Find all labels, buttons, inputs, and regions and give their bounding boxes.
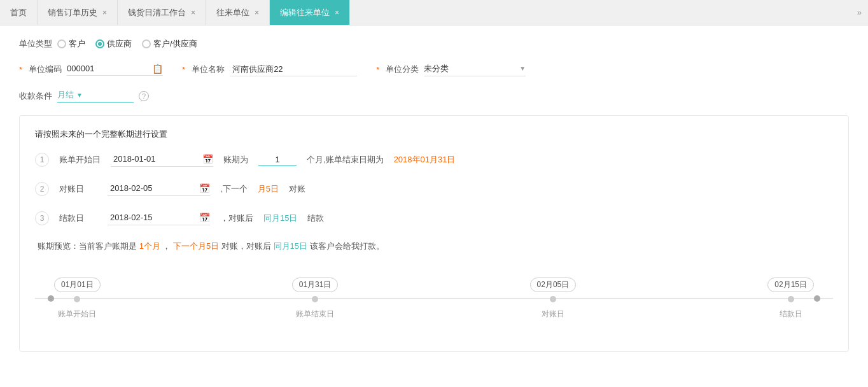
tab-expand-button[interactable]: »	[851, 0, 868, 25]
billing-section: 请按照未来的一个完整帐期进行设置 1 账单开始日 📅 账期为 个月,账单结束日期…	[19, 115, 849, 352]
unit-code-input[interactable]	[67, 64, 150, 73]
step-1-row: 1 账单开始日 📅 账期为 个月,账单结束日期为 2018年01月31日	[35, 153, 833, 167]
tab-sales-history-close[interactable]: ×	[102, 8, 107, 17]
unit-name-field: * 单位名称	[182, 62, 357, 76]
step-1-date-input[interactable]	[111, 153, 200, 165]
payment-condition-field: 收款条件 月结 ▼ ?	[19, 89, 149, 102]
preview-suffix: 该客户会给我打款。	[310, 241, 384, 251]
node-4-dot	[788, 296, 794, 302]
payment-condition-value: 月结	[57, 89, 74, 101]
radio-supplier-circle	[95, 39, 104, 48]
unit-code-copy-icon[interactable]: 📋	[152, 64, 163, 74]
unit-code-field: * 单位编码 📋	[19, 64, 163, 76]
main-content: 单位类型 客户 供应商 客户/供应商 * 单位编码	[0, 25, 868, 387]
tab-edit-partner-close[interactable]: ×	[335, 8, 339, 17]
tab-cash-work[interactable]: 钱货日清工作台 ×	[118, 0, 206, 25]
timeline-nodes: 01月01日 账单开始日 01月31日 账单结束日 02月05日 对账日	[48, 278, 820, 320]
payment-condition-row: 收款条件 月结 ▼ ?	[19, 89, 849, 102]
node-2-label: 01月31日	[292, 278, 339, 292]
unit-info-row: * 单位编码 📋 * 单位名称 * 单位分类 未分类 ▼	[19, 62, 849, 76]
radio-customer-supplier[interactable]: 客户/供应商	[142, 38, 197, 50]
tab-cash-work-label: 钱货日清工作台	[128, 7, 186, 18]
step-3-date-wrapper: 📅	[108, 211, 210, 225]
unit-type-field: 单位类型 客户 供应商 客户/供应商	[19, 38, 197, 50]
node-4-label: 02月15日	[767, 278, 814, 292]
payment-condition-label: 收款条件	[19, 90, 52, 102]
radio-supplier-label: 供应商	[107, 38, 132, 50]
step-2-cal-icon[interactable]: 📅	[199, 183, 210, 194]
step-3-desc-suffix: 结款	[307, 213, 324, 224]
step-2-desc-suffix: 对账	[289, 183, 305, 195]
unit-category-value: 未分类	[424, 63, 517, 74]
unit-code-input-wrapper: 📋	[67, 64, 163, 76]
step-1-period-input[interactable]	[258, 153, 297, 166]
timeline-node-1: 01月01日 账单开始日	[54, 278, 101, 320]
node-3-sublabel: 对账日	[542, 309, 564, 320]
timeline: 01月01日 账单开始日 01月31日 账单结束日 02月05日 对账日	[35, 278, 833, 320]
preview-sep1: ，	[162, 241, 171, 251]
tab-expand-icon: »	[857, 8, 862, 17]
preview-part3: 同月15日	[274, 241, 307, 251]
timeline-start-cap	[48, 295, 54, 302]
payment-condition-select[interactable]: 月结 ▼	[57, 89, 134, 102]
unit-type-radio-group: 客户 供应商 客户/供应商	[57, 38, 197, 50]
tab-partner-label: 往来单位	[216, 7, 249, 18]
node-2-dot	[312, 296, 318, 302]
step-1-period-suffix: 个月,账单结束日期为	[307, 154, 384, 165]
node-1-label: 01月01日	[54, 278, 101, 292]
tab-partner[interactable]: 往来单位 ×	[206, 0, 270, 25]
preview-sep2: 对账，对账后	[221, 241, 271, 251]
radio-customer-circle	[57, 39, 66, 48]
step-3-cal-icon[interactable]: 📅	[199, 213, 210, 223]
preview-text: 账期预览：当前客户账期是 1个月 ， 下一个月5日 对账，对账后 同月15日 该…	[35, 241, 833, 252]
radio-customer-supplier-circle	[142, 39, 151, 48]
radio-customer-label: 客户	[69, 38, 85, 50]
unit-category-chevron: ▼	[519, 65, 526, 72]
timeline-wrapper: 01月01日 账单开始日 01月31日 账单结束日 02月05日 对账日	[35, 265, 833, 339]
step-3-row: 3 结款日 📅 ，对账后 同月15日 结款	[35, 211, 833, 225]
preview-prefix: 账期预览：当前客户账期是	[38, 241, 137, 251]
unit-type-row: 单位类型 客户 供应商 客户/供应商	[19, 38, 849, 50]
tab-home[interactable]: 首页	[0, 0, 38, 25]
step-3-label: 结款日	[59, 213, 97, 224]
unit-name-input[interactable]	[230, 62, 357, 76]
radio-supplier[interactable]: 供应商	[95, 38, 132, 50]
step-2-row: 2 对账日 📅 ,下一个 月5日 对账	[35, 182, 833, 196]
unit-code-label: 单位编码	[29, 64, 62, 75]
step-1-num: 1	[35, 153, 49, 167]
preview-part2: 下一个月5日	[173, 241, 219, 251]
step-1-cal-icon[interactable]: 📅	[202, 154, 213, 164]
timeline-node-4: 02月15日 结款日	[767, 278, 814, 320]
help-icon[interactable]: ?	[139, 91, 149, 101]
step-1-label: 账单开始日	[59, 154, 101, 165]
tab-home-label: 首页	[10, 7, 27, 18]
node-4-sublabel: 结款日	[780, 309, 802, 320]
required-star-name: *	[182, 65, 185, 74]
radio-customer[interactable]: 客户	[57, 38, 85, 50]
unit-type-label: 单位类型	[19, 38, 52, 50]
node-1-dot	[74, 296, 80, 302]
tab-cash-work-close[interactable]: ×	[191, 8, 195, 17]
timeline-node-3: 02月05日 对账日	[530, 278, 577, 320]
step-3-num: 3	[35, 211, 49, 225]
tab-sales-history[interactable]: 销售订单历史 ×	[38, 0, 118, 25]
node-3-dot	[550, 296, 556, 302]
unit-category-label: 单位分类	[386, 64, 419, 75]
step-2-date-input[interactable]	[108, 182, 197, 194]
step-2-desc-prefix: ,下一个	[220, 183, 248, 195]
unit-category-select[interactable]: 未分类 ▼	[424, 63, 526, 76]
payment-condition-chevron: ▼	[76, 92, 83, 99]
timeline-end-cap	[814, 295, 820, 302]
step-1-date-wrapper: 📅	[111, 153, 213, 167]
tab-edit-partner[interactable]: 编辑往来单位 ×	[270, 0, 350, 25]
step-3-date-input[interactable]	[108, 211, 197, 223]
tab-edit-partner-label: 编辑往来单位	[280, 7, 330, 18]
step-3-desc-prefix: ，对账后	[220, 213, 253, 224]
node-2-sublabel: 账单结束日	[296, 309, 334, 320]
required-star-code: *	[19, 65, 22, 74]
tab-bar: 首页 销售订单历史 × 钱货日清工作台 × 往来单位 × 编辑往来单位 × »	[0, 0, 868, 25]
tab-partner-close[interactable]: ×	[255, 8, 259, 17]
step-2-desc-highlight: 月5日	[258, 183, 279, 195]
node-3-label: 02月05日	[530, 278, 577, 292]
radio-customer-supplier-label: 客户/供应商	[153, 38, 197, 50]
